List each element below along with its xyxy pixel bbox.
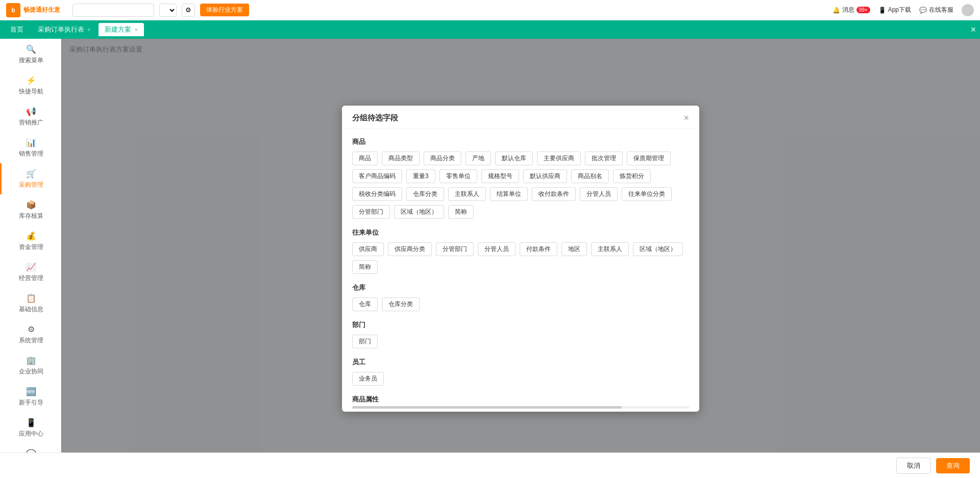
sidebar-label-enterprise: 企业协同: [19, 367, 43, 376]
trial-button[interactable]: 体验行业方案: [200, 4, 249, 16]
sidebar-item-search[interactable]: 🔍 搜索菜单: [0, 39, 61, 70]
sidebar-label-inventory: 库存核算: [19, 212, 43, 220]
tag-supervisor-partner[interactable]: 分管人员: [478, 242, 516, 256]
sidebar-item-purchase[interactable]: 🛒 采购管理: [0, 163, 61, 194]
tag-region-goods[interactable]: 区域（地区）: [394, 205, 444, 219]
tag-customer-goods-code[interactable]: 客户商品编码: [352, 169, 402, 183]
tag-dept-mgmt[interactable]: 分管部门: [352, 205, 390, 219]
cancel-button[interactable]: 取消: [896, 458, 931, 474]
sidebar-item-guide[interactable]: 🆕 新手引导: [0, 381, 61, 412]
sidebar-label-marketing: 营销推广: [19, 118, 43, 127]
gear-button[interactable]: ⚙: [182, 4, 195, 17]
app-download-item[interactable]: 📱 App下载: [878, 6, 911, 14]
tag-warehouse[interactable]: 仓库: [352, 297, 378, 311]
tag-goods-type[interactable]: 商品类型: [382, 152, 420, 165]
app-center-icon: 📱: [26, 417, 36, 427]
tab-new-plan-close[interactable]: ×: [134, 27, 137, 33]
search-input[interactable]: [72, 4, 154, 17]
field-group-goods-attr-title: 商品属性: [352, 395, 689, 404]
tab-home[interactable]: 首页: [4, 23, 30, 36]
sidebar-item-finance[interactable]: 💰 资金管理: [0, 225, 61, 257]
field-group-employee: 员工 业务员: [352, 358, 689, 386]
tag-payment-terms[interactable]: 收付款条件: [532, 187, 576, 201]
modal-body: 商品 商品 商品类型 商品分类 产地 默认仓库 主要供应商 批次管理 保质期管理…: [342, 129, 699, 406]
tag-warehouse-category[interactable]: 仓库分类: [406, 187, 444, 201]
modal-close-button[interactable]: ×: [683, 113, 689, 123]
sidebar-label-purchase: 采购管理: [19, 181, 43, 189]
tag-goods-item[interactable]: 商品: [352, 152, 378, 165]
notification-label: 消息: [842, 6, 854, 14]
tag-salesperson[interactable]: 业务员: [352, 372, 384, 386]
field-group-partner: 往来单位 供应商 供应商分类 分管部门 分管人员 付款条件 地区 主联系人 区域…: [352, 228, 689, 274]
sidebar-item-inventory[interactable]: 📦 库存核算: [0, 194, 61, 225]
sidebar-item-quick-nav[interactable]: ⚡ 快捷导航: [0, 70, 61, 101]
tag-short-name-partner[interactable]: 简称: [352, 260, 378, 274]
notification-item[interactable]: 🔔 消息 99+: [832, 6, 870, 14]
close-all-tabs[interactable]: ×: [970, 24, 976, 35]
tag-main-supplier[interactable]: 主要供应商: [537, 152, 581, 165]
modal-overlay: 分组待选字段 × 商品 商品 商品类型 商品分类 产地 默认仓库: [61, 39, 980, 478]
enterprise-icon: 🏢: [26, 355, 36, 365]
bottom-bar: 取消 查询: [0, 452, 980, 478]
sidebar-item-sales[interactable]: 📊 销售管理: [0, 132, 61, 163]
tag-refine-points[interactable]: 炼货积分: [613, 169, 651, 183]
tag-goods-category[interactable]: 商品分类: [424, 152, 461, 165]
tag-partner-category[interactable]: 往来单位分类: [622, 187, 672, 201]
modal-dialog: 分组待选字段 × 商品 商品 商品类型 商品分类 产地 默认仓库: [342, 106, 699, 412]
avatar[interactable]: [962, 4, 974, 16]
field-tags-partner: 供应商 供应商分类 分管部门 分管人员 付款条件 地区 主联系人 区域（地区） …: [352, 242, 689, 274]
sidebar-item-base-info[interactable]: 📋 基础信息: [0, 288, 61, 319]
logo-text: 畅捷通好生意: [23, 6, 60, 14]
tag-weight3[interactable]: 重量3: [406, 169, 435, 183]
system-icon: ⚙: [26, 324, 36, 334]
tag-goods-alias[interactable]: 商品别名: [571, 169, 609, 183]
online-service-item[interactable]: 💬 在线客服: [919, 6, 953, 14]
field-tags-employee: 业务员: [352, 372, 689, 386]
topbar: b 畅捷通好生意 ⚙ 体验行业方案 🔔 消息 99+ 📱 App下载 💬 在线客…: [0, 0, 980, 20]
tab-new-plan[interactable]: 新建方案 ×: [99, 23, 143, 36]
logo-icon: b: [6, 3, 20, 17]
tag-spec-model[interactable]: 规格型号: [481, 169, 519, 183]
sidebar-item-app-center[interactable]: 📱 应用中心: [0, 412, 61, 443]
tab-purchase-exec[interactable]: 采购订单执行表 ×: [32, 23, 96, 36]
sidebar: 🔍 搜索菜单 ⚡ 快捷导航 📢 营销推广 📊 销售管理 🛒 采购管理 📦 库存核…: [0, 39, 61, 478]
sidebar-item-system[interactable]: ⚙ 系统管理: [0, 319, 61, 350]
tag-default-supplier[interactable]: 默认供应商: [523, 169, 567, 183]
tag-region-partner[interactable]: 地区: [561, 242, 587, 256]
topbar-right: 🔔 消息 99+ 📱 App下载 💬 在线客服: [832, 4, 974, 16]
notification-icon: 🔔: [832, 7, 840, 14]
field-group-goods-title: 商品: [352, 137, 689, 146]
tag-shelf-life[interactable]: 保质期管理: [627, 152, 671, 165]
tag-area-partner[interactable]: 区域（地区）: [633, 242, 683, 256]
tag-tax-code[interactable]: 税收分类编码: [352, 187, 402, 201]
tag-batch-mgmt[interactable]: 批次管理: [585, 152, 623, 165]
online-service-label: 在线客服: [929, 6, 953, 14]
tag-main-contact-partner[interactable]: 主联系人: [591, 242, 629, 256]
tag-short-name-goods[interactable]: 简称: [448, 205, 474, 219]
tab-purchase-exec-close[interactable]: ×: [87, 27, 90, 33]
sidebar-item-operations[interactable]: 📈 经营管理: [0, 257, 61, 288]
search-icon: 🔍: [26, 44, 36, 54]
sidebar-item-enterprise[interactable]: 🏢 企业协同: [0, 350, 61, 381]
sidebar-item-marketing[interactable]: 📢 营销推广: [0, 101, 61, 132]
app-download-icon: 📱: [878, 7, 886, 14]
tag-origin[interactable]: 产地: [465, 152, 491, 165]
tag-payment-cond[interactable]: 付款条件: [520, 242, 557, 256]
tag-supplier-category[interactable]: 供应商分类: [388, 242, 432, 256]
horizontal-scrollbar[interactable]: [352, 406, 689, 409]
tag-main-contact[interactable]: 主联系人: [448, 187, 486, 201]
tag-dept-partner[interactable]: 分管部门: [436, 242, 474, 256]
tag-dept[interactable]: 部门: [352, 335, 378, 348]
field-tags-dept: 部门: [352, 335, 689, 348]
tag-supplier[interactable]: 供应商: [352, 242, 384, 256]
sales-icon: 📊: [26, 137, 36, 147]
online-service-icon: 💬: [919, 7, 927, 14]
tag-warehouse-cat[interactable]: 仓库分类: [382, 297, 420, 311]
search-dropdown[interactable]: [159, 4, 177, 17]
tag-settlement-unit[interactable]: 结算单位: [490, 187, 528, 201]
guide-icon: 🆕: [26, 386, 36, 396]
confirm-button[interactable]: 查询: [936, 458, 970, 473]
tag-retail-unit[interactable]: 零售单位: [439, 169, 477, 183]
tag-supervisor[interactable]: 分管人员: [580, 187, 618, 201]
tag-default-warehouse[interactable]: 默认仓库: [495, 152, 533, 165]
